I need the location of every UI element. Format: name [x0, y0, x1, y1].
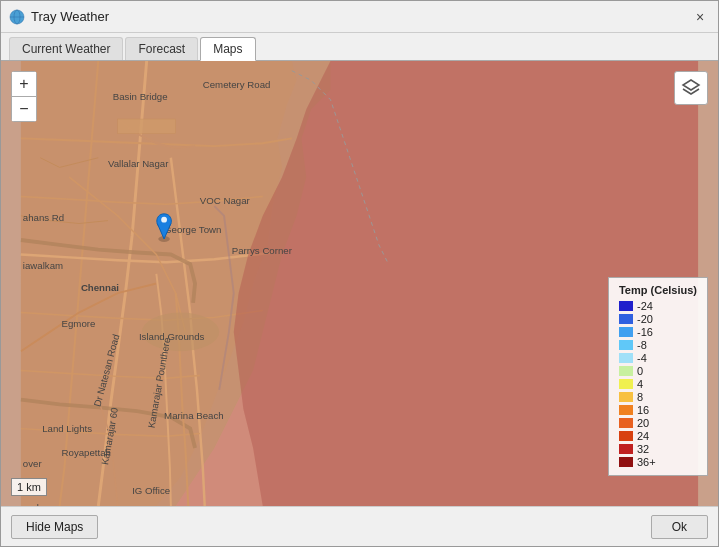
tab-bar: Current Weather Forecast Maps	[1, 33, 718, 61]
svg-text:IG Office: IG Office	[132, 485, 170, 496]
legend-label-neg16: -16	[637, 326, 653, 338]
temperature-legend: Temp (Celsius) -24 -20 -16 -8 -4	[608, 277, 708, 476]
legend-label-neg4: -4	[637, 352, 647, 364]
close-button[interactable]: ×	[690, 7, 710, 27]
legend-label-16: 16	[637, 404, 649, 416]
svg-text:Cemetery Road: Cemetery Road	[203, 79, 271, 90]
svg-text:ahans Rd: ahans Rd	[23, 212, 64, 223]
svg-text:George Town: George Town	[164, 224, 221, 235]
ok-button[interactable]: Ok	[651, 515, 708, 539]
legend-label-neg24: -24	[637, 300, 653, 312]
window-title: Tray Weather	[31, 9, 690, 24]
app-icon	[9, 9, 25, 25]
legend-item-32: 32	[619, 443, 697, 455]
tab-maps[interactable]: Maps	[200, 37, 255, 61]
legend-item-neg4: -4	[619, 352, 697, 364]
legend-color-16	[619, 405, 633, 415]
legend-color-0	[619, 366, 633, 376]
legend-color-36plus	[619, 457, 633, 467]
legend-item-36plus: 36+	[619, 456, 697, 468]
legend-color-4	[619, 379, 633, 389]
bottom-bar: Hide Maps Ok	[1, 506, 718, 546]
legend-color-8	[619, 392, 633, 402]
legend-color-neg24	[619, 301, 633, 311]
legend-item-24: 24	[619, 430, 697, 442]
legend-label-8: 8	[637, 391, 643, 403]
legend-item-16: 16	[619, 404, 697, 416]
legend-title: Temp (Celsius)	[619, 284, 697, 296]
tab-forecast[interactable]: Forecast	[125, 37, 198, 60]
main-window: Tray Weather × Current Weather Forecast …	[0, 0, 719, 547]
legend-item-neg16: -16	[619, 326, 697, 338]
legend-label-32: 32	[637, 443, 649, 455]
svg-text:Parrys Corner: Parrys Corner	[232, 245, 293, 256]
legend-color-24	[619, 431, 633, 441]
legend-color-neg8	[619, 340, 633, 350]
svg-text:and: and	[23, 502, 39, 506]
legend-item-neg8: -8	[619, 339, 697, 351]
legend-color-20	[619, 418, 633, 428]
zoom-controls: + −	[11, 71, 37, 122]
svg-text:Egmore: Egmore	[62, 318, 96, 329]
layers-button[interactable]	[674, 71, 708, 105]
hide-maps-button[interactable]: Hide Maps	[11, 515, 98, 539]
legend-label-4: 4	[637, 378, 643, 390]
legend-item-neg24: -24	[619, 300, 697, 312]
zoom-out-button[interactable]: −	[12, 97, 36, 121]
legend-label-24: 24	[637, 430, 649, 442]
legend-label-0: 0	[637, 365, 643, 377]
legend-color-neg20	[619, 314, 633, 324]
zoom-in-button[interactable]: +	[12, 72, 36, 96]
legend-label-20: 20	[637, 417, 649, 429]
svg-text:over: over	[23, 458, 43, 469]
svg-text:Land Lights: Land Lights	[42, 423, 92, 434]
legend-color-neg4	[619, 353, 633, 363]
legend-item-0: 0	[619, 365, 697, 377]
svg-text:VOC Nagar: VOC Nagar	[200, 195, 251, 206]
svg-text:Marina Beach: Marina Beach	[164, 410, 224, 421]
titlebar: Tray Weather ×	[1, 1, 718, 33]
svg-text:Basin Bridge: Basin Bridge	[113, 91, 168, 102]
legend-label-36plus: 36+	[637, 456, 656, 468]
svg-text:Chennai: Chennai	[81, 282, 119, 293]
legend-item-8: 8	[619, 391, 697, 403]
svg-text:iawalkam: iawalkam	[23, 260, 63, 271]
legend-color-32	[619, 444, 633, 454]
legend-label-neg8: -8	[637, 339, 647, 351]
svg-marker-32	[683, 80, 699, 90]
legend-item-neg20: -20	[619, 313, 697, 325]
legend-item-4: 4	[619, 378, 697, 390]
legend-item-20: 20	[619, 417, 697, 429]
tab-current-weather[interactable]: Current Weather	[9, 37, 123, 60]
svg-text:Vallalar Nagar: Vallalar Nagar	[108, 158, 169, 169]
map-container[interactable]: Basin Bridge Vallalar Nagar VOC Nagar Ge…	[1, 61, 718, 506]
scale-indicator: 1 km	[11, 478, 47, 496]
legend-color-neg16	[619, 327, 633, 337]
layers-icon	[681, 78, 701, 98]
svg-point-31	[161, 217, 167, 223]
legend-label-neg20: -20	[637, 313, 653, 325]
